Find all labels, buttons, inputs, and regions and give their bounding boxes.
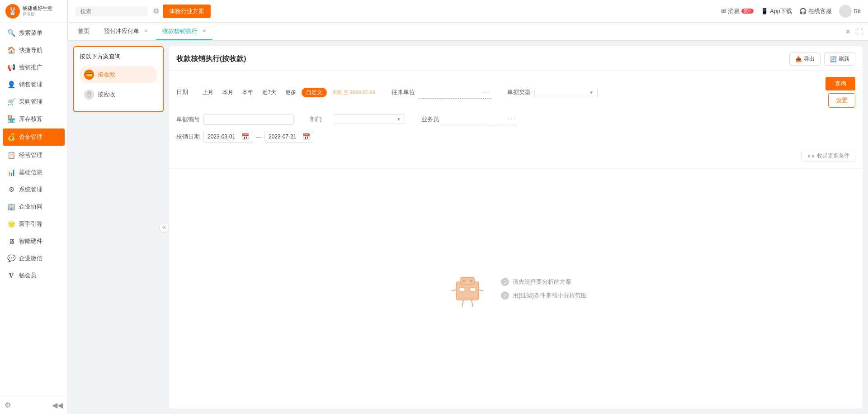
date-range-sep: — <box>256 133 262 140</box>
salesperson-select[interactable]: ··· <box>444 113 516 125</box>
sidebar-item-search-menu[interactable]: 🔍 搜索菜单 <box>0 24 67 42</box>
solution-button[interactable]: 体验行业方案 <box>163 5 211 18</box>
sidebar-item-basic[interactable]: 📊 基础信息 <box>0 164 67 181</box>
date-btn-this-year[interactable]: 本年 <box>239 88 257 97</box>
sidebar-label-system: 系统管理 <box>19 186 42 194</box>
sidebar-item-sales[interactable]: 👤 销售管理 <box>0 76 67 93</box>
user-item[interactable]: Rit <box>839 5 861 18</box>
verify-date-end-input[interactable]: 2023-07-21 📅 <box>264 131 314 143</box>
verify-date-start-input[interactable]: 2023-03-01 📅 <box>203 131 253 143</box>
tab-close-all-button[interactable]: ✕ <box>844 26 853 37</box>
system-icon: ⚙ <box>7 186 15 194</box>
tab-collection[interactable]: 收款核销执行 ✕ <box>156 23 212 40</box>
svg-point-3 <box>470 280 472 282</box>
collapse-more-wrapper: ∧∧ 收起更多条件 <box>176 148 855 162</box>
svg-line-6 <box>462 300 463 307</box>
sidebar-item-capital[interactable]: 💰 资金管理 <box>3 128 65 146</box>
sidebar-logo: 🐰 畅捷通好生意 标准版 <box>0 0 67 23</box>
counterparty-field: 往来单位 ··· <box>392 86 491 99</box>
gear-icon[interactable]: ⚙ <box>153 7 159 15</box>
sidebar-item-quick-nav[interactable]: 🏠 快捷导航 <box>0 42 67 59</box>
settings-bottom-icon[interactable]: ⚙ <box>5 401 11 409</box>
filter-option-by-receipt[interactable]: 💳 按收款 <box>80 66 157 83</box>
tab-expand-button[interactable]: ⛶ <box>854 26 864 37</box>
capital-icon: 💰 <box>7 133 15 141</box>
message-icon: ✉ <box>721 8 726 14</box>
sidebar-item-operations[interactable]: 📋 经营管理 <box>0 147 67 164</box>
tabbar-actions: ✕ ⛶ <box>844 26 864 37</box>
doc-no-input[interactable] <box>203 114 294 125</box>
sidebar-nav: 🔍 搜索菜单 🏠 快捷导航 📢 营销推广 👤 销售管理 🛒 采购管理 🏪 库存核… <box>0 23 67 396</box>
sidebar-item-purchase[interactable]: 🛒 采购管理 <box>0 93 67 110</box>
message-badge: 99+ <box>741 9 754 14</box>
sidebar-label-basic: 基础信息 <box>19 168 42 176</box>
filter-option-by-receivable[interactable]: ⏱ 按应收 <box>80 86 157 103</box>
verify-date-field: 核销日期 2023-03-01 📅 — 2023-07-21 📅 <box>176 131 314 143</box>
refresh-icon: 🔄 <box>830 56 837 62</box>
filter-panel-collapse-button[interactable]: ≪ <box>159 223 169 233</box>
counterparty-select[interactable]: ··· <box>419 86 491 99</box>
sidebar-item-hardware[interactable]: 🖥 智能硬件 <box>0 233 67 250</box>
member-icon: V <box>7 272 15 280</box>
date-label: 日期 <box>176 88 195 96</box>
collapse-sidebar-icon[interactable]: ◀◀ <box>52 401 63 409</box>
tab-prepay[interactable]: 预付冲应付单 ✕ <box>98 23 154 40</box>
tab-prepay-label: 预付冲应付单 <box>104 27 139 35</box>
sidebar: 🐰 畅捷通好生意 标准版 🔍 搜索菜单 🏠 快捷导航 📢 营销推广 👤 销售管理… <box>0 0 68 414</box>
by-receipt-label: 按收款 <box>98 71 115 79</box>
query-button[interactable]: 查询 <box>826 77 855 90</box>
export-button[interactable]: 📤 导出 <box>789 52 821 66</box>
date-btn-7days[interactable]: 近7天 <box>259 88 280 97</box>
sidebar-item-newbie[interactable]: 🌟 新手引导 <box>0 215 67 233</box>
message-item[interactable]: ✉ 消息 99+ <box>721 7 754 15</box>
dept-select[interactable]: ▼ <box>333 114 405 124</box>
tab-collection-close[interactable]: ✕ <box>202 28 206 34</box>
tab-prepay-close[interactable]: ✕ <box>144 28 148 34</box>
calendar-start-icon[interactable]: 📅 <box>241 133 249 140</box>
date-shortcuts: 上月 本月 本年 近7天 更多 自定义 <box>199 88 327 97</box>
svg-line-7 <box>472 300 473 307</box>
filter-panel: 按以下方案查询 💳 按收款 ⏱ 按应收 <box>73 46 164 112</box>
operations-icon: 📋 <box>7 151 15 159</box>
date-btn-custom[interactable]: 自定义 <box>302 88 327 97</box>
customer-service-item[interactable]: 🎧 在线客服 <box>799 7 832 15</box>
sidebar-item-marketing[interactable]: 📢 营销推广 <box>0 59 67 76</box>
topbar-right: ✉ 消息 99+ 📱 App下载 🎧 在线客服 Rit <box>721 5 861 18</box>
tip-1-text: 请先选择要分析的方案 <box>513 278 571 286</box>
main-container: ⚙ 体验行业方案 ✉ 消息 99+ 📱 App下载 🎧 在线客服 Rit <box>68 0 868 414</box>
collapse-more-label: 收起更多条件 <box>817 152 849 160</box>
app-download-item[interactable]: 📱 App下载 <box>761 7 792 15</box>
topbar: ⚙ 体验行业方案 ✉ 消息 99+ 📱 App下载 🎧 在线客服 Rit <box>68 0 868 23</box>
tabbar: 首页 预付冲应付单 ✕ 收款核销执行 ✕ ✕ ⛶ <box>68 23 868 41</box>
doc-no-label: 单据编号 <box>176 115 200 124</box>
tip-2-number: 2 <box>501 291 509 300</box>
settings-button[interactable]: 设置 <box>828 93 855 108</box>
inventory-icon: 🏪 <box>7 115 15 123</box>
sidebar-item-enterprise[interactable]: 🏢 企业协同 <box>0 198 67 215</box>
date-btn-more[interactable]: 更多 <box>282 88 300 97</box>
svg-line-8 <box>452 290 456 291</box>
doc-type-select[interactable]: ▼ <box>534 88 598 97</box>
query-actions: 查询 设置 <box>826 77 855 108</box>
calendar-end-icon[interactable]: 📅 <box>302 133 310 140</box>
dept-chevron-icon: ▼ <box>396 117 401 122</box>
collapse-more-button[interactable]: ∧∧ 收起更多条件 <box>801 150 855 162</box>
sidebar-item-member[interactable]: V 畅会员 <box>0 267 67 284</box>
newbie-icon: 🌟 <box>7 220 15 228</box>
sidebar-item-system[interactable]: ⚙ 系统管理 <box>0 181 67 198</box>
page-header: 收款核销执行(按收款) 📤 导出 🔄 刷新 <box>169 46 863 71</box>
date-btn-last-month[interactable]: 上月 <box>199 88 217 97</box>
sidebar-label-search-menu: 搜索菜单 <box>19 29 42 37</box>
tab-home[interactable]: 首页 <box>71 23 96 40</box>
sidebar-item-wechat[interactable]: 💬 企业微信 <box>0 250 67 267</box>
counterparty-dots-icon: ··· <box>482 88 491 96</box>
by-receivable-icon: ⏱ <box>84 90 94 100</box>
date-btn-this-month[interactable]: 本月 <box>219 88 237 97</box>
salesperson-label: 业务员 <box>421 115 440 124</box>
sidebar-item-inventory[interactable]: 🏪 库存核算 <box>0 110 67 128</box>
search-row-2: 单据编号 部门 ▼ 业务员 ··· <box>176 113 855 125</box>
empty-illustration <box>445 266 490 311</box>
refresh-button[interactable]: 🔄 刷新 <box>824 52 855 66</box>
sidebar-bottom: ⚙ ◀◀ <box>0 396 67 414</box>
topbar-search-input[interactable] <box>75 6 147 16</box>
